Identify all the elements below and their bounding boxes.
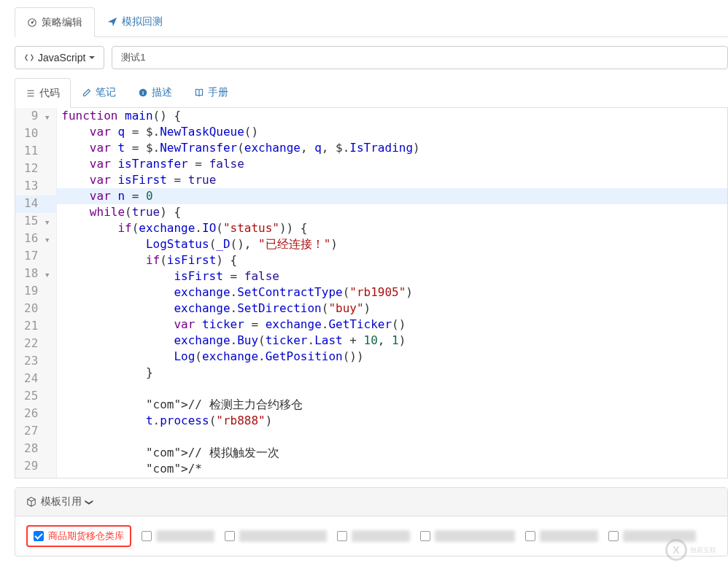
line-number: 9 ▼ [15,108,56,125]
subtab-label: 描述 [152,86,172,99]
line-number: 15 ▼ [15,213,56,230]
code-content[interactable]: function main() { var q = $.NewTaskQueue… [57,108,727,478]
template-item-selected[interactable]: 商品期货移仓类库 [26,525,131,547]
code-line[interactable]: } [57,365,727,381]
book-icon [194,88,204,98]
code-line[interactable]: var q = $.NewTaskQueue() [57,124,727,140]
list-icon [26,88,36,98]
code-line[interactable]: exchange.SetContractType("rb1905") [57,284,727,301]
language-label: JavaScript [38,52,85,63]
line-number: 23 ▼ [15,353,56,371]
line-number: 28 ▼ [15,441,56,458]
svg-text:i: i [142,90,144,96]
line-gutter: 9 ▼10 ▼11 ▼12 ▼13 ▼14 ▼15 ▼16 ▼17 ▼18 ▼1… [15,108,57,478]
subtab-label: 笔记 [96,86,116,99]
subtab-manual[interactable]: 手册 [183,78,239,107]
checkbox-icon[interactable] [142,531,152,541]
code-line[interactable]: LogStatus(_D(), "已经连接！") [57,236,727,252]
line-number: 11 ▼ [15,143,56,160]
code-line[interactable]: "com">// 检测主力合约移仓 [57,397,727,413]
line-number: 27 ▼ [15,423,56,441]
edit-icon [82,88,92,98]
plane-icon [107,17,117,27]
tab-label: 策略编辑 [42,16,82,29]
chevron-down-icon [89,56,95,59]
template-item[interactable] [142,530,214,542]
redacted-label [156,530,214,542]
redacted-label [352,530,410,542]
code-line[interactable]: exchange.SetDirection("buy") [57,301,727,317]
tab-label: 模拟回测 [122,15,163,28]
subtab-desc[interactable]: i 描述 [127,78,183,107]
line-number: 25 ▼ [15,388,56,406]
package-icon [26,497,36,507]
checkbox-icon[interactable] [608,531,619,541]
line-number: 14 ▼ [15,195,56,213]
line-number: 22 ▼ [15,336,56,353]
template-panel: 模板引用 ❯ 商品期货移仓类库 [15,487,728,557]
code-line[interactable]: "com">// 模拟触发一次 [57,445,727,461]
line-number: 24 ▼ [15,371,56,388]
svg-point-1 [31,22,33,23]
line-number: 30 ▼ [15,476,56,478]
panel-title: 模板引用 [41,495,82,508]
info-icon: i [138,88,148,98]
tab-backtest[interactable]: 模拟回测 [95,7,175,36]
line-number: 10 ▼ [15,125,56,143]
line-number: 29 ▼ [15,458,56,476]
line-number: 17 ▼ [15,248,56,265]
redacted-label [435,530,515,542]
template-item[interactable] [225,530,327,542]
template-label: 商品期货移仓类库 [48,530,124,543]
code-line[interactable]: isFirst = false [57,268,727,284]
top-tabs: 策略编辑 模拟回测 [15,7,728,37]
line-number: 20 ▼ [15,301,56,318]
template-item[interactable] [525,530,598,542]
dashboard-icon [27,18,37,28]
watermark: 创新互联 [665,537,724,557]
subtab-label: 代码 [39,87,60,100]
code-line[interactable]: var t = $.NewTransfer(exchange, q, $.IsT… [57,140,727,156]
code-line[interactable]: var ticker = exchange.GetTicker() [57,317,727,333]
subtab-code[interactable]: 代码 [15,78,71,108]
code-line[interactable]: exchange.Buy(ticker.Last + 10, 1) [57,333,727,349]
sub-tabs: 代码 笔记 i 描述 手册 [15,78,728,108]
tab-strategy-edit[interactable]: 策略编辑 [15,7,95,37]
chevron-down-icon: ❯ [85,499,94,505]
template-panel-header[interactable]: 模板引用 ❯ [15,488,727,516]
checkbox-icon[interactable] [337,531,347,541]
code-line[interactable]: while(true) { [57,204,727,220]
code-line[interactable]: if(isFirst) { [57,252,727,268]
code-line[interactable]: t.process("rb888") [57,413,727,429]
line-number: 12 ▼ [15,160,56,178]
redacted-label [239,530,327,542]
line-number: 26 ▼ [15,406,56,423]
toolbar: JavaScript [15,46,728,69]
checkbox-icon[interactable] [420,531,430,541]
checkbox-icon[interactable] [525,531,535,541]
code-line[interactable]: var n = 0 [57,188,727,204]
line-number: 18 ▼ [15,265,56,283]
checkbox-icon[interactable] [225,531,235,541]
code-line[interactable]: Log(exchange.GetPosition()) [57,349,727,365]
line-number: 13 ▼ [15,178,56,195]
template-list: 商品期货移仓类库 [15,516,727,556]
code-line[interactable]: "com">/* [57,461,727,477]
checkbox-icon[interactable] [34,531,44,541]
code-line[interactable]: if(exchange.IO("status")) { [57,220,727,236]
template-item[interactable] [337,530,410,542]
strategy-name-input[interactable] [112,46,728,69]
redacted-label [540,530,598,542]
subtab-note[interactable]: 笔记 [71,78,127,107]
code-icon [24,53,34,63]
code-line[interactable]: var isFirst = true [57,172,727,188]
code-line[interactable] [57,429,727,445]
template-item[interactable] [420,530,515,542]
language-selector[interactable]: JavaScript [15,46,104,69]
code-line[interactable] [57,381,727,397]
code-line[interactable]: function main() { [57,108,727,124]
code-editor[interactable]: 9 ▼10 ▼11 ▼12 ▼13 ▼14 ▼15 ▼16 ▼17 ▼18 ▼1… [15,108,728,478]
code-line[interactable]: var isTransfer = false [57,156,727,172]
line-number: 21 ▼ [15,318,56,336]
subtab-label: 手册 [208,86,228,99]
